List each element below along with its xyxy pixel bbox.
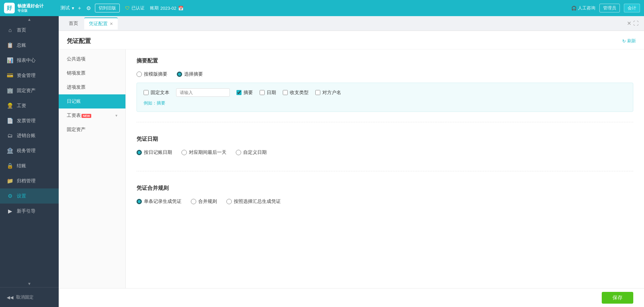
report-icon: 📊 xyxy=(7,57,13,63)
project-name[interactable]: 测试 ▾ xyxy=(60,5,74,11)
fixed-assets-icon: 🏢 xyxy=(7,87,13,94)
income-type-label: 收支类型 xyxy=(290,90,309,96)
nav-item-sales-invoice[interactable]: 销项发票 xyxy=(59,66,125,80)
sidebar-item-label: 结账 xyxy=(17,163,26,169)
date-checkbox-label: 日期 xyxy=(267,90,276,96)
journal-date-label: 按日记账日期 xyxy=(144,149,172,156)
sidebar-item-label: 税务管理 xyxy=(17,148,36,154)
logo-main: 畅捷通好会计 xyxy=(17,3,44,9)
beginner-icon: ▶ xyxy=(7,208,13,214)
calendar-icon[interactable]: 📅 xyxy=(178,6,183,11)
sidebar-scroll-down[interactable]: ▼ xyxy=(0,280,59,287)
custom-date-radio[interactable] xyxy=(236,150,241,155)
date-radio-period-last[interactable]: 对应期间最后一天 xyxy=(181,149,226,156)
summary-options: 固定文本 摘要 日期 xyxy=(144,88,626,97)
tab-home[interactable]: 首页 xyxy=(64,18,83,29)
sidebar-item-label: 报表中心 xyxy=(17,57,36,63)
merge-section-title: 凭证合并规则 xyxy=(137,185,633,192)
sidebar-item-tax[interactable]: 🏦 税务管理 xyxy=(0,143,59,158)
section-date: 凭证日期 按日记账日期 对应期间最后一天 xyxy=(137,136,633,171)
page-header: 凭证配置 ↻ 刷新 xyxy=(59,31,644,49)
select-merge-label: 按照选择汇总生成凭证 xyxy=(234,199,281,205)
nav-item-payroll-table[interactable]: 工资表NEW ▾ xyxy=(59,108,125,123)
consult-button[interactable]: 🎧 人工咨询 xyxy=(571,5,595,11)
fixed-text-input[interactable] xyxy=(176,88,230,97)
sidebar-item-fixed-assets[interactable]: 🏢 固定资产 xyxy=(0,83,59,98)
sidebar-scroll-up[interactable]: ▲ xyxy=(0,16,59,23)
date-checkbox-item[interactable]: 日期 xyxy=(260,90,276,96)
summary-select-radio[interactable] xyxy=(177,72,182,77)
single-radio[interactable] xyxy=(137,199,142,204)
summary-template-radio[interactable] xyxy=(137,72,142,77)
fixed-text-checkbox[interactable] xyxy=(144,90,149,95)
section-merge: 凭证合并规则 单条记录生成凭证 合并规则 xyxy=(137,185,633,220)
role-button[interactable]: 会计 xyxy=(624,4,640,12)
sidebar-item-label: 资金管理 xyxy=(17,73,36,79)
sidebar-item-funds[interactable]: 💳 资金管理 xyxy=(0,68,59,83)
refresh-button[interactable]: ↻ 刷新 xyxy=(622,38,636,44)
main-layout: ▲ ⌂ 首页 📋 总账 📊 报表中心 💳 资金管理 🏢 固定资产 xyxy=(0,16,644,307)
nav-item-public[interactable]: 公共选项 xyxy=(59,52,125,66)
sidebar-item-payroll[interactable]: 👷 工资 xyxy=(0,98,59,113)
sidebar-item-label: 新手引导 xyxy=(17,208,36,214)
fixed-text-checkbox-item[interactable]: 固定文本 xyxy=(144,90,169,96)
shield-icon: 🛡 xyxy=(125,5,130,11)
user-button[interactable]: 管理员 xyxy=(599,4,620,12)
left-nav: 公共选项 销项发票 进项发票 日记账 工资表NEW ▾ 固定资产 xyxy=(59,49,126,288)
sidebar-item-label: 工资 xyxy=(17,103,26,109)
counterparty-checkbox[interactable] xyxy=(315,90,320,95)
date-section-title: 凭证日期 xyxy=(137,136,633,143)
nav-item-purchase-invoice[interactable]: 进项发票 xyxy=(59,80,125,94)
date-radio-journal[interactable]: 按日记账日期 xyxy=(137,149,172,156)
summary-checkbox-item[interactable]: 摘要 xyxy=(236,90,253,96)
income-type-checkbox[interactable] xyxy=(283,90,288,95)
select-merge-radio[interactable] xyxy=(226,199,232,204)
switch-old-button[interactable]: 切到旧版 xyxy=(95,4,120,12)
nav-item-fixed-assets[interactable]: 固定资产 xyxy=(59,123,125,137)
merge-rule-radio[interactable] xyxy=(191,199,196,204)
close-icon[interactable]: ✕ xyxy=(627,20,631,27)
sidebar-item-home[interactable]: ⌂ 首页 xyxy=(0,23,59,38)
summary-radio-select[interactable]: 选择摘要 xyxy=(177,71,203,77)
sidebar-bottom: ◀◀ 取消固定 xyxy=(0,287,59,307)
date-checkbox[interactable] xyxy=(260,90,265,95)
add-button[interactable]: ＋ xyxy=(77,5,82,12)
sidebar-item-sales-purchase[interactable]: 🗂 进销台账 xyxy=(0,128,59,143)
archive-icon: 📁 xyxy=(7,178,13,184)
merge-radio-rule[interactable]: 合并规则 xyxy=(191,199,217,205)
topbar: 好 畅捷通好会计 专业版 测试 ▾ ＋ ⚙ 切到旧版 🛡 已认证 账期 2023… xyxy=(0,0,644,16)
merge-radio-single[interactable]: 单条记录生成凭证 xyxy=(137,199,181,205)
summary-radio-template[interactable]: 按模版摘要 xyxy=(137,71,167,77)
refresh-icon: ↻ xyxy=(622,39,626,44)
summary-select-label: 选择摘要 xyxy=(184,71,203,77)
sidebar-item-reports[interactable]: 📊 报表中心 xyxy=(0,53,59,68)
settings-button[interactable]: ⚙ xyxy=(86,5,91,11)
journal-date-radio[interactable] xyxy=(137,150,142,155)
logo-icon: 好 xyxy=(4,3,15,13)
sidebar-item-ledger[interactable]: 📋 总账 xyxy=(0,38,59,53)
summary-checkbox[interactable] xyxy=(236,90,241,95)
merge-radio-select[interactable]: 按照选择汇总生成凭证 xyxy=(226,199,281,205)
sidebar-item-beginner[interactable]: ▶ 新手引导 xyxy=(0,204,59,219)
sidebar-item-settings[interactable]: ⚙ 设置 xyxy=(0,188,59,204)
expand-icon[interactable]: ⛶ xyxy=(633,20,639,27)
tab-close-icon[interactable]: ✕ xyxy=(110,21,113,26)
payroll-table-label: 工资表NEW xyxy=(67,113,91,119)
ledger-icon: 📋 xyxy=(7,42,13,48)
cert-status: 🛡 已认证 xyxy=(125,5,145,11)
date-radio-custom[interactable]: 自定义日期 xyxy=(236,149,267,156)
sidebar-item-archive[interactable]: 📁 归档管理 xyxy=(0,173,59,188)
period-info: 账期 2023-02 📅 xyxy=(150,5,183,11)
period-last-radio[interactable] xyxy=(181,150,187,155)
sidebar-item-close[interactable]: 🔒 结账 xyxy=(0,158,59,173)
nav-item-journal[interactable]: 日记账 xyxy=(59,94,125,108)
sidebar-item-invoice[interactable]: 📄 发票管理 xyxy=(0,113,59,128)
income-type-checkbox-item[interactable]: 收支类型 xyxy=(283,90,309,96)
unpin-button[interactable]: ◀◀ 取消固定 xyxy=(0,291,59,304)
summary-checkbox-label: 摘要 xyxy=(244,90,253,96)
counterparty-checkbox-item[interactable]: 对方户名 xyxy=(315,90,341,96)
logo: 好 畅捷通好会计 专业版 xyxy=(4,3,58,13)
save-button[interactable]: 保存 xyxy=(602,292,633,304)
page-title: 凭证配置 xyxy=(67,37,91,45)
tab-voucher-config[interactable]: 凭证配置 ✕ xyxy=(84,17,118,30)
